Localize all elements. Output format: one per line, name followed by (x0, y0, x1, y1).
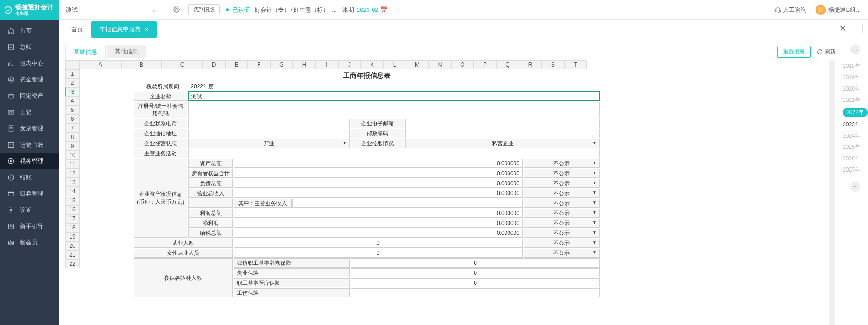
row-number-20[interactable]: 20 (65, 241, 80, 250)
col-header-I[interactable]: I (316, 60, 338, 69)
email-cell[interactable] (405, 119, 600, 128)
col-header-B[interactable]: B (121, 60, 162, 69)
spreadsheet[interactable]: ABCDEFGHIJKLMNOPQRST 1234567891011121314… (65, 60, 835, 325)
year-2025年[interactable]: 2025年 (843, 143, 868, 151)
col-header-T[interactable]: T (564, 60, 587, 69)
asset-value-cell[interactable]: 0.000000 (234, 219, 523, 228)
company-selector[interactable]: 测试 ⌄ (66, 6, 156, 14)
subtab-basic[interactable]: 基础信息 (65, 45, 106, 59)
row-number-22[interactable]: 22 (65, 259, 80, 268)
customer-service[interactable]: 人工咨询 (774, 6, 807, 14)
col-header-H[interactable]: H (293, 60, 316, 69)
add-button[interactable]: ＋ (160, 6, 166, 14)
sidebar-item-7[interactable]: 进销台账 (0, 137, 59, 153)
disclose-select[interactable]: 不公示▼ (524, 189, 600, 198)
col-header-K[interactable]: K (361, 60, 383, 69)
reset-report-button[interactable]: 重置报表 (777, 46, 811, 58)
col-header-F[interactable]: F (248, 60, 270, 69)
sidebar-item-5[interactable]: 工资 (0, 104, 59, 120)
row-number-17[interactable]: 17 (65, 214, 80, 223)
sidebar-item-11[interactable]: 设置 (0, 202, 59, 218)
year-2023年[interactable]: 2023年 (843, 121, 868, 129)
year-2027年[interactable]: 2027年 (843, 166, 868, 174)
settings-icon[interactable] (173, 6, 180, 14)
disclose-select[interactable]: 不公示▼ (524, 239, 600, 248)
row-number-21[interactable]: 21 (65, 250, 80, 259)
holding-type-select[interactable]: 私营企业▼ (405, 139, 600, 148)
insurance-value-cell[interactable] (351, 288, 600, 297)
switch-old-button[interactable]: 切到旧版 (188, 4, 220, 15)
sidebar-item-8[interactable]: 税务管理 (0, 153, 59, 169)
col-header-P[interactable]: P (474, 60, 496, 69)
insurance-value-cell[interactable]: 0 (351, 258, 600, 268)
row-number-6[interactable]: 6 (65, 115, 80, 124)
row-number-8[interactable]: 8 (65, 133, 80, 142)
sidebar-item-6[interactable]: 发票管理 (0, 120, 59, 137)
address-cell[interactable] (188, 129, 350, 138)
company-name-cell[interactable]: 测试 (188, 92, 600, 101)
sidebar-item-4[interactable]: 固定资产 (0, 88, 59, 104)
asset-value-cell[interactable]: 0.000000 (234, 179, 523, 188)
row-number-1[interactable]: 1 (65, 69, 80, 78)
period-value[interactable]: 2023-02 (357, 6, 378, 13)
col-header-A[interactable]: A (80, 60, 121, 69)
col-header-N[interactable]: N (429, 60, 451, 69)
disclose-select[interactable]: 不公示▼ (524, 209, 600, 218)
year-2020年[interactable]: 2020年 (843, 85, 868, 93)
col-header-O[interactable]: O (451, 60, 474, 69)
year-2021年[interactable]: 2021年 (843, 96, 868, 104)
col-header-C[interactable]: C (162, 60, 203, 69)
year-down-arrow[interactable]: ﹀ (850, 182, 860, 192)
row-number-2[interactable]: 2 (65, 78, 80, 87)
disclose-select[interactable]: 不公示▼ (524, 169, 600, 178)
refresh-button[interactable]: 刷新 (817, 48, 835, 56)
asset-value-cell[interactable]: 0.000000 (234, 209, 523, 218)
disclose-select[interactable]: 不公示▼ (524, 179, 600, 188)
row-number-12[interactable]: 12 (65, 169, 80, 178)
row-number-4[interactable]: 4 (65, 96, 80, 105)
disclose-select[interactable]: 不公示▼ (524, 249, 600, 258)
col-header-E[interactable]: E (225, 60, 248, 69)
asset-value-cell[interactable] (292, 199, 523, 208)
user-name[interactable]: 畅捷通B组... (828, 6, 861, 14)
close-all-tabs[interactable]: ✕ (838, 24, 848, 33)
asset-value-cell[interactable]: 0.000000 (234, 169, 523, 178)
year-2019年[interactable]: 2019年 (843, 74, 868, 81)
disclose-select[interactable]: 不公示▼ (524, 159, 600, 168)
row-number-5[interactable]: 5 (65, 105, 80, 115)
sidebar-item-2[interactable]: 报表中心 (0, 55, 59, 72)
col-header-J[interactable]: J (338, 60, 361, 69)
sidebar-item-3[interactable]: 资金管理 (0, 72, 59, 88)
main-business-cell[interactable] (188, 149, 600, 158)
year-up-arrow[interactable]: ︿ (850, 44, 860, 54)
year-2026年[interactable]: 2026年 (843, 155, 868, 162)
tab-annual-report[interactable]: 年报信息申报表 ✕ (91, 21, 157, 38)
disclose-select[interactable]: 不公示▼ (524, 229, 600, 238)
insurance-value-cell[interactable]: 0 (351, 268, 600, 277)
year-2024年[interactable]: 2024年 (843, 132, 868, 140)
col-header-R[interactable]: R (519, 60, 542, 69)
female-employee-cell[interactable]: 0 (234, 249, 523, 258)
asset-value-cell[interactable]: 0.000000 (234, 229, 523, 238)
postal-cell[interactable] (405, 129, 600, 138)
sidebar-item-12[interactable]: 新手引导 (0, 218, 59, 234)
fullscreen-icon[interactable]: ⛶ (854, 24, 863, 33)
row-number-7[interactable]: 7 (65, 124, 80, 133)
col-header-S[interactable]: S (542, 60, 564, 69)
row-number-15[interactable]: 15 (65, 196, 80, 205)
tab-home[interactable]: 首页 (63, 21, 91, 38)
row-number-19[interactable]: 19 (65, 232, 80, 241)
subtab-other[interactable]: 其他信息 (107, 45, 146, 58)
row-number-9[interactable]: 9 (65, 142, 80, 151)
row-number-10[interactable]: 10 (65, 151, 80, 160)
col-header-Q[interactable]: Q (496, 60, 519, 69)
vertical-scrollbar[interactable] (829, 60, 835, 325)
row-number-14[interactable]: 14 (65, 187, 80, 196)
avatar[interactable] (816, 5, 826, 15)
sidebar-item-0[interactable]: 首页 (0, 23, 59, 39)
sidebar-item-9[interactable]: 结账 (0, 169, 59, 186)
insurance-value-cell[interactable]: 0 (351, 278, 600, 287)
row-number-16[interactable]: 16 (65, 205, 80, 214)
operation-status-select[interactable]: 开业▼ (188, 139, 350, 148)
year-2018年[interactable]: 2018年 (843, 62, 868, 70)
